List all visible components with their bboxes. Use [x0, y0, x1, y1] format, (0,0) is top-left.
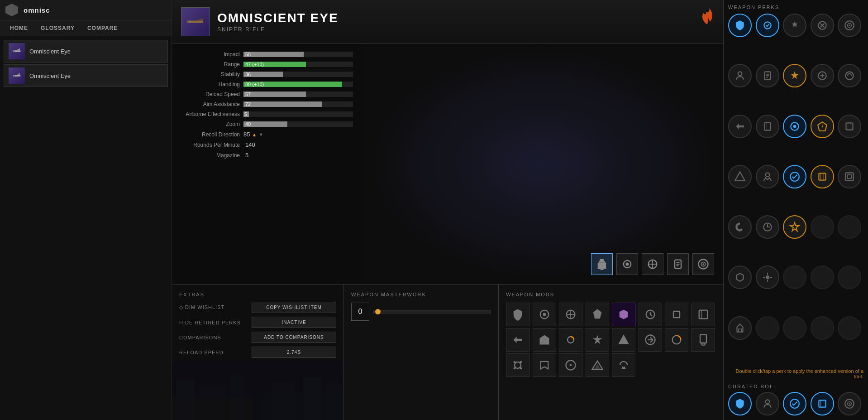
mod-slot[interactable]	[559, 328, 582, 352]
perk-cell[interactable]	[783, 14, 806, 37]
perk-cell[interactable]	[783, 316, 806, 340]
masterwork-level: 0	[351, 303, 369, 321]
stat-mag-value: 5	[245, 152, 248, 159]
mod-slot[interactable]	[612, 328, 635, 352]
perk-cell[interactable]	[756, 266, 779, 289]
masterwork-slider[interactable]: 0	[351, 303, 491, 321]
svg-point-3	[14, 50, 15, 52]
mod-slot[interactable]	[506, 353, 529, 377]
weapon-perk-row	[591, 253, 714, 275]
mod-slot[interactable]	[586, 328, 609, 352]
perk-cell[interactable]	[811, 64, 834, 87]
masterwork-thumb	[375, 309, 381, 314]
curated-perk[interactable]	[838, 392, 861, 415]
mod-slot[interactable]	[559, 353, 582, 377]
svg-rect-53	[231, 375, 244, 420]
perk-cell[interactable]	[811, 165, 834, 188]
perk-slot-1[interactable]	[591, 253, 613, 275]
perk-cell[interactable]	[756, 316, 779, 340]
hide-retired-button[interactable]: INACTIVE	[252, 317, 336, 328]
mods-section: WEAPON MODS	[499, 285, 723, 420]
extras-retired-row: HIDE RETIRED PERKS INACTIVE	[179, 317, 336, 328]
mod-slot[interactable]	[639, 303, 662, 326]
perk-cell[interactable]	[728, 316, 752, 340]
svg-rect-49	[172, 397, 253, 420]
perk-cell[interactable]	[756, 115, 779, 138]
perk-cell[interactable]	[838, 14, 861, 37]
extras-title: EXTRAS	[179, 292, 336, 297]
mod-slot[interactable]	[639, 328, 662, 352]
perk-cell[interactable]	[728, 215, 752, 239]
mod-slot[interactable]	[559, 303, 582, 326]
mod-slot[interactable]	[612, 303, 635, 326]
mod-slot[interactable]	[533, 303, 556, 326]
nav-home[interactable]: HOME	[4, 20, 34, 36]
perk-cell[interactable]	[811, 14, 834, 37]
nav-compare[interactable]: COMPARE	[81, 20, 124, 36]
perk-cell[interactable]	[783, 165, 806, 188]
masterwork-track[interactable]	[373, 310, 491, 314]
perk-cell[interactable]	[783, 266, 806, 289]
mod-slot[interactable]	[533, 328, 556, 352]
mod-slot[interactable]	[586, 303, 609, 326]
perk-cell[interactable]	[756, 14, 779, 37]
add-to-comparisons-button[interactable]: ADD TO COMPARISONS	[252, 332, 336, 343]
svg-point-111	[765, 400, 769, 404]
stat-bar-fill: 36	[243, 72, 283, 77]
perk-cell[interactable]	[783, 64, 806, 87]
mod-slot[interactable]	[586, 353, 609, 377]
svg-rect-32	[600, 259, 604, 261]
perk-slot-5[interactable]	[692, 253, 714, 275]
mod-slot[interactable]	[533, 353, 556, 377]
mod-slot[interactable]	[665, 303, 688, 326]
perk-cell[interactable]	[811, 266, 834, 289]
svg-point-47	[702, 263, 704, 265]
copy-wishlist-button[interactable]: COPY WISHLIST ITEM	[252, 302, 336, 313]
mod-slot[interactable]	[506, 328, 529, 352]
mod-slot[interactable]	[612, 353, 635, 377]
stat-bar-bg: 80 (+10)	[243, 82, 353, 87]
stat-bar-fill: 80 (+10)	[243, 82, 342, 87]
nav-glossary[interactable]: GLOSSARY	[34, 20, 81, 36]
weapon-background	[362, 44, 723, 284]
curated-perk[interactable]	[811, 392, 834, 415]
perk-cell[interactable]	[783, 115, 806, 138]
perk-cell[interactable]	[811, 316, 834, 340]
mod-slot[interactable]	[665, 328, 688, 352]
masterwork-title: WEAPON MASTERWORK	[351, 292, 491, 297]
perk-cell[interactable]	[756, 64, 779, 87]
perk-cell[interactable]	[728, 266, 752, 289]
curated-perk[interactable]	[728, 392, 752, 415]
curated-perk[interactable]	[756, 392, 779, 415]
perk-cell[interactable]	[728, 64, 752, 87]
stat-label: Impact	[181, 51, 240, 58]
curated-perk[interactable]	[783, 392, 806, 415]
perk-cell[interactable]	[756, 165, 779, 188]
perk-slot-4[interactable]	[667, 253, 689, 275]
perk-cell[interactable]	[783, 215, 806, 239]
stat-reload: Reload Speed 57	[181, 91, 353, 97]
perk-cell[interactable]	[728, 115, 752, 138]
perk-cell[interactable]	[838, 165, 861, 188]
perk-cell[interactable]	[838, 215, 861, 239]
stat-bar-bg: 36	[243, 72, 353, 77]
perk-cell[interactable]	[838, 115, 861, 138]
perk-slot-3[interactable]	[642, 253, 663, 275]
main-nav: HOME GLOSSARY COMPARE	[0, 20, 172, 36]
mod-slot[interactable]	[692, 303, 715, 326]
perk-cell[interactable]	[728, 14, 752, 37]
list-item[interactable]: Omniscient Eye	[4, 40, 168, 63]
mod-slot[interactable]	[692, 328, 715, 352]
mod-slot[interactable]	[506, 303, 529, 326]
perk-cell[interactable]	[838, 266, 861, 289]
perk-slot-2[interactable]	[616, 253, 638, 275]
perk-cell[interactable]	[756, 215, 779, 239]
perk-cell[interactable]	[838, 316, 861, 340]
perk-cell[interactable]	[728, 165, 752, 188]
svg-rect-48	[172, 361, 343, 420]
weapon-thumbnail	[9, 68, 25, 84]
perk-cell[interactable]	[811, 215, 834, 239]
list-item[interactable]: Omniscient Eye	[4, 64, 168, 87]
perk-cell[interactable]	[838, 64, 861, 87]
perk-cell[interactable]	[811, 115, 834, 138]
